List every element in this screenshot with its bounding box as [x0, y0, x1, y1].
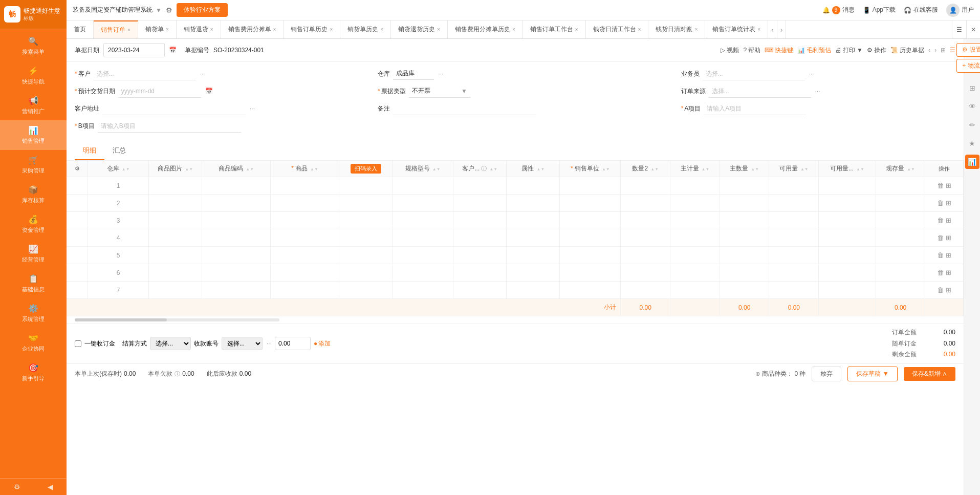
sort-icon[interactable]: ▲▼ — [489, 167, 497, 171]
sidebar-item-search[interactable]: 🔍 搜索菜单 — [0, 31, 67, 61]
copy-row-btn[interactable]: ⊞ — [946, 251, 951, 259]
sidebar-item-guide[interactable]: 🎯 新手引导 — [0, 358, 67, 388]
one-click-checkbox[interactable] — [75, 340, 81, 347]
app-download-item[interactable]: 📱 App下载 — [863, 6, 896, 14]
sort-icon[interactable]: ▲▼ — [702, 167, 710, 171]
staff-dots-btn[interactable]: ··· — [809, 70, 814, 77]
list-view-icon[interactable]: ☰ — [950, 47, 955, 54]
invoice-select[interactable]: 不开票 ▼ — [409, 84, 470, 98]
tab-reconcile[interactable]: 钱货日清对账 × — [648, 20, 705, 39]
right-panel-icon-4[interactable]: ★ — [965, 136, 979, 150]
account-select[interactable]: 选择... — [222, 337, 263, 350]
right-panel-icon-5[interactable]: 📊 — [965, 155, 979, 169]
tab-invoice-history[interactable]: 销货单历史 × — [340, 20, 391, 39]
copy-row-btn[interactable]: ⊞ — [946, 199, 951, 207]
tab-workbench[interactable]: 销售订单工作台 × — [523, 20, 586, 39]
tab-sales-expense[interactable]: 销售费用分摊单 × — [221, 20, 284, 39]
tab-summary[interactable]: 汇总 — [104, 142, 134, 160]
scan-btn[interactable]: 扫码录入 — [351, 164, 381, 174]
sidebar-item-inventory[interactable]: 📦 库存核算 — [0, 180, 67, 209]
payment-select[interactable]: 选择... — [150, 337, 191, 350]
sort-icon[interactable]: ▲▼ — [536, 167, 545, 171]
print-btn[interactable]: 🖨 打印 ▼ — [835, 46, 863, 55]
delete-row-btn[interactable]: 🗑 — [937, 199, 944, 207]
tab-close-icon[interactable]: × — [273, 27, 276, 32]
settings-float-btn[interactable]: ⚙ 设置 — [956, 43, 980, 57]
tab-nav-next[interactable]: › — [777, 20, 787, 39]
tab-stats[interactable]: 销售订单统计表 × — [705, 20, 768, 39]
copy-row-btn[interactable]: ⊞ — [946, 269, 951, 276]
industry-btn[interactable]: 体验行业方案 — [177, 3, 228, 17]
th-gear[interactable]: ⚙ — [67, 161, 88, 177]
sort-icon[interactable]: ▲▼ — [122, 167, 130, 171]
sort-icon[interactable]: ▲▼ — [650, 167, 659, 171]
delete-row-btn[interactable]: 🗑 — [937, 182, 944, 189]
sort-icon[interactable]: ▲▼ — [800, 167, 809, 171]
tab-close-icon[interactable]: × — [166, 27, 169, 32]
add-btn[interactable]: ● 添加 — [314, 339, 331, 348]
sort-icon[interactable]: ▲▼ — [185, 167, 193, 171]
order-source-dots-btn[interactable]: ··· — [815, 88, 820, 95]
tab-sales-order-history[interactable]: 销售订单历史 × — [284, 20, 340, 39]
sidebar-item-purchase[interactable]: 🛒 采购管理 — [0, 150, 67, 180]
tab-close-all-btn[interactable]: ✕ — [966, 20, 980, 39]
delete-row-btn[interactable]: 🗑 — [937, 251, 944, 259]
sort-icon[interactable]: ▲▼ — [246, 167, 254, 171]
tab-sales-invoice[interactable]: 销货单 × — [138, 20, 177, 39]
calendar-icon[interactable]: 📅 — [169, 47, 177, 54]
tab-sales-return[interactable]: 销货退货 × — [177, 20, 221, 39]
sidebar-item-marketing[interactable]: 📢 营销推广 — [0, 91, 67, 120]
project-b-input[interactable] — [98, 119, 241, 133]
delete-row-btn[interactable]: 🗑 — [937, 286, 944, 294]
scrollbar-track[interactable] — [75, 318, 279, 321]
save-draft-btn[interactable]: 保存草稿 ▼ — [847, 367, 897, 381]
tab-nav-prev[interactable]: ‹ — [768, 20, 777, 39]
tab-home[interactable]: 首页 — [67, 20, 94, 39]
preview-btn[interactable]: ▷ 视频 — [721, 46, 739, 55]
customer-address-input[interactable] — [102, 102, 246, 115]
tab-daily-workbench[interactable]: 钱货日清工作台 × — [586, 20, 649, 39]
customer-input[interactable] — [94, 67, 196, 80]
sidebar-item-sales[interactable]: 📊 销售管理 — [0, 120, 67, 150]
delete-row-btn[interactable]: 🗑 — [937, 234, 944, 242]
sidebar-item-enterprise[interactable]: 🤝 企业协同 — [0, 328, 67, 358]
save-new-btn[interactable]: 保存&新增 ∧ — [904, 367, 955, 381]
account-dots-btn[interactable]: ··· — [267, 340, 272, 347]
order-source-input[interactable] — [709, 84, 811, 98]
sidebar-item-shortcut[interactable]: ⚡ 快捷导航 — [0, 61, 67, 91]
tab-close-icon[interactable]: × — [380, 27, 383, 32]
sidebar-item-basic[interactable]: 📋 基础信息 — [0, 269, 67, 298]
tab-close-icon[interactable]: × — [330, 27, 333, 32]
tab-list-btn[interactable]: ☰ — [952, 20, 966, 39]
sort-icon[interactable]: ▲▼ — [602, 167, 610, 171]
tab-close-icon[interactable]: × — [575, 27, 578, 32]
nav-right-icon[interactable]: › — [934, 47, 937, 54]
right-panel-icon-3[interactable]: ✏ — [965, 118, 979, 132]
right-panel-icon-2[interactable]: 👁 — [965, 99, 979, 114]
delivery-date-input[interactable] — [118, 84, 201, 98]
sort-icon[interactable]: ▲▼ — [310, 167, 318, 171]
customer-address-dots-btn[interactable]: ··· — [250, 105, 255, 112]
tab-close-icon[interactable]: × — [127, 27, 130, 33]
customer-dots-btn[interactable]: ··· — [200, 70, 205, 77]
settings-icon[interactable]: ⚙ — [14, 483, 20, 491]
user-item[interactable]: 👤 用户 — [946, 4, 974, 17]
shortcut-btn[interactable]: ⌨ 快捷键 — [765, 46, 793, 55]
tab-sales-order[interactable]: 销售订单 × — [94, 20, 138, 39]
sort-icon[interactable]: ▲▼ — [907, 167, 915, 171]
profit-btn[interactable]: 📊 毛利预估 — [797, 46, 831, 55]
copy-row-btn[interactable]: ⊞ — [946, 182, 951, 189]
topbar-gear-icon[interactable]: ⚙ — [166, 6, 172, 14]
operation-btn[interactable]: ⚙ 操作 — [867, 46, 886, 55]
nav-left-icon[interactable]: ‹ — [928, 47, 930, 54]
warehouse-dots-btn[interactable]: ··· — [438, 70, 443, 77]
collapse-icon[interactable]: ◀ — [48, 483, 53, 491]
delete-row-btn[interactable]: 🗑 — [937, 269, 944, 276]
grid-view-icon[interactable]: ⊞ — [941, 47, 946, 54]
copy-row-btn[interactable]: ⊞ — [946, 217, 951, 224]
online-service-item[interactable]: 🎧 在线客服 — [904, 6, 938, 14]
help-btn[interactable]: ? 帮助 — [743, 46, 760, 55]
sidebar-item-finance[interactable]: 💰 资金管理 — [0, 209, 67, 239]
project-a-input[interactable] — [704, 102, 806, 115]
tab-detail[interactable]: 明细 — [75, 142, 104, 160]
